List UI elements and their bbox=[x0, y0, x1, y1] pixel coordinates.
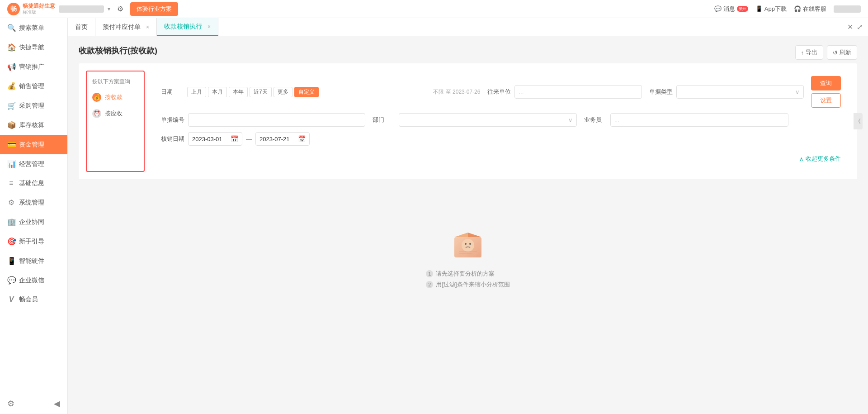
sidebar-item-label: 畅会员 bbox=[19, 295, 38, 304]
svg-point-5 bbox=[462, 239, 474, 252]
purchase-icon: 🛒 bbox=[7, 101, 15, 110]
date-range-separator: — bbox=[246, 136, 252, 143]
writeoff-date-field: 核销日期 2023-03-01 📅 — 2023-07-21 📅 bbox=[161, 132, 841, 146]
export-icon: ↑ bbox=[801, 49, 804, 56]
sidebar-item-label: 资金管理 bbox=[19, 141, 44, 149]
dept-select[interactable]: ∨ bbox=[399, 113, 577, 127]
writeoff-date-range: 2023-03-01 📅 — 2023-07-21 📅 bbox=[188, 132, 310, 146]
top-header: 畅 畅捷通好生意 标准版 ▾ ⚙ 体验行业方案 💬 消息 99+ 📱 App下载… bbox=[0, 0, 868, 18]
gear-button[interactable]: ⚙ bbox=[114, 3, 127, 15]
tab-receipt-offset-label: 收款核销执行 bbox=[164, 23, 202, 31]
filter-option-by-receivable[interactable]: ⏰ 按应收 bbox=[87, 105, 144, 122]
dropdown-arrow-icon[interactable]: ▾ bbox=[108, 6, 110, 12]
counterparty-label: 往来单位 bbox=[487, 88, 511, 96]
doc-type-select[interactable]: ∨ bbox=[676, 85, 804, 99]
blurred-username bbox=[59, 5, 104, 13]
page-header-area: 收款核销执行(按收款) ↑ 导出 ↺ 刷新 bbox=[79, 45, 857, 56]
sidebar-item-system[interactable]: ⚙ 系统管理 bbox=[0, 193, 67, 212]
filter-row-3: 核销日期 2023-03-01 📅 — 2023-07-21 📅 bbox=[161, 132, 841, 146]
filter-panel: 按以下方案查询 💰 按收款 ⏰ 按应收 《 bbox=[79, 63, 857, 179]
sidebar-item-label: 快捷导航 bbox=[19, 43, 44, 52]
collapse-sidebar-icon[interactable]: ◀ bbox=[54, 399, 60, 409]
refresh-label: 刷新 bbox=[840, 48, 851, 57]
header-right: 💬 消息 99+ 📱 App下载 🎧 在线客服 bbox=[714, 5, 861, 13]
message-button[interactable]: 💬 消息 99+ bbox=[714, 5, 748, 13]
online-service-button[interactable]: 🎧 在线客服 bbox=[794, 5, 826, 13]
tab-receipt-offset[interactable]: 收款核销执行 × bbox=[157, 18, 218, 36]
tab-prepay-offset[interactable]: 预付冲应付单 × bbox=[95, 18, 157, 36]
sidebar-item-hardware[interactable]: 📱 智能硬件 bbox=[0, 251, 67, 271]
filter-option-by-receipt[interactable]: 💰 按收款 bbox=[87, 89, 144, 105]
this-month-btn[interactable]: 本月 bbox=[208, 87, 227, 97]
filter-collapse-button[interactable]: 《 bbox=[854, 113, 863, 129]
sidebar-item-basic-info[interactable]: ≡ 基础信息 bbox=[0, 174, 67, 193]
close-all-tabs-icon[interactable]: ✕ bbox=[847, 23, 853, 31]
sidebar-item-funds[interactable]: 💳 资金管理 bbox=[0, 135, 67, 154]
writeoff-start-value: 2023-03-01 bbox=[192, 136, 222, 143]
refresh-button[interactable]: ↺ 刷新 bbox=[827, 45, 857, 60]
sidebar-item-marketing[interactable]: 📢 营销推广 bbox=[0, 57, 67, 76]
last-7-days-btn[interactable]: 近7天 bbox=[250, 87, 272, 97]
this-year-btn[interactable]: 本年 bbox=[229, 87, 248, 97]
export-button[interactable]: ↑ 导出 bbox=[795, 45, 824, 60]
counterparty-placeholder: ... bbox=[519, 89, 524, 95]
export-label: 导出 bbox=[806, 48, 817, 57]
settings-bottom-icon[interactable]: ⚙ bbox=[7, 399, 14, 409]
date-field: 日期 上月 本月 本年 近7天 更多 自定义 bbox=[161, 87, 319, 97]
tab-receipt-close-icon[interactable]: × bbox=[208, 24, 211, 30]
message-badge: 99+ bbox=[737, 6, 748, 12]
custom-btn[interactable]: 自定义 bbox=[294, 87, 319, 97]
sidebar: 🔍 搜索菜单 🏠 快捷导航 📢 营销推广 💰 销售管理 🛒 采购管理 📦 bbox=[0, 18, 68, 414]
empty-tips: 1 请先选择要分析的方案 2 用[过滤]条件来缩小分析范围 bbox=[426, 270, 509, 289]
sidebar-item-guide[interactable]: 🎯 新手引导 bbox=[0, 232, 67, 251]
refresh-icon: ↺ bbox=[833, 49, 838, 56]
collapse-conditions-button[interactable]: ∧ 收起更多条件 bbox=[161, 151, 841, 167]
doc-type-label: 单据类型 bbox=[649, 88, 673, 96]
sidebar-item-wechat[interactable]: 💬 企业微信 bbox=[0, 271, 67, 290]
tab-home[interactable]: 首页 bbox=[68, 18, 95, 36]
sidebar-item-sales[interactable]: 💰 销售管理 bbox=[0, 76, 67, 96]
empty-tip-1: 1 请先选择要分析的方案 bbox=[426, 270, 509, 278]
funds-icon: 💳 bbox=[7, 140, 15, 149]
sidebar-item-operation[interactable]: 📊 经营管理 bbox=[0, 154, 67, 174]
writeoff-date-start-input[interactable]: 2023-03-01 📅 bbox=[188, 132, 242, 146]
tab-prepay-close-icon[interactable]: × bbox=[146, 24, 149, 30]
sidebar-item-inventory[interactable]: 📦 库存核算 bbox=[0, 115, 67, 135]
logo-icon: 畅 bbox=[7, 3, 20, 15]
writeoff-date-end-input[interactable]: 2023-07-21 📅 bbox=[255, 132, 310, 146]
last-month-btn[interactable]: 上月 bbox=[187, 87, 206, 97]
settings-button[interactable]: 设置 bbox=[811, 93, 841, 108]
filter-sidebar: 按以下方案查询 💰 按收款 ⏰ 按应收 《 bbox=[86, 71, 145, 172]
calendar-end-icon: 📅 bbox=[298, 135, 306, 143]
header-left: 畅 畅捷通好生意 标准版 ▾ ⚙ 体验行业方案 bbox=[7, 2, 714, 16]
user-info[interactable] bbox=[834, 5, 861, 13]
more-btn[interactable]: 更多 bbox=[274, 87, 292, 97]
sidebar-item-search-menu[interactable]: 🔍 搜索菜单 bbox=[0, 18, 67, 38]
expand-icon[interactable]: ⤢ bbox=[857, 23, 863, 31]
sidebar-item-enterprise[interactable]: 🏢 企业协同 bbox=[0, 212, 67, 232]
quick-date-buttons: 上月 本月 本年 近7天 更多 自定义 bbox=[187, 87, 319, 97]
query-button[interactable]: 查询 bbox=[811, 76, 841, 90]
svg-text:畅: 畅 bbox=[10, 5, 17, 12]
sidebar-item-label: 经营管理 bbox=[19, 160, 44, 168]
sidebar-item-purchase[interactable]: 🛒 采购管理 bbox=[0, 96, 67, 115]
svg-marker-4 bbox=[468, 233, 481, 237]
industry-solution-button[interactable]: 体验行业方案 bbox=[130, 2, 178, 16]
sidebar-item-quick-nav[interactable]: 🏠 快捷导航 bbox=[0, 38, 67, 57]
operation-icon: 📊 bbox=[7, 160, 15, 168]
tab-bar: 首页 预付冲应付单 × 收款核销执行 × ✕ ⤢ bbox=[68, 18, 868, 36]
inventory-icon: 📦 bbox=[7, 121, 15, 129]
staff-select[interactable]: ... bbox=[610, 113, 788, 127]
doc-no-input[interactable] bbox=[188, 113, 365, 127]
top-right-actions: ↑ 导出 ↺ 刷新 bbox=[795, 45, 858, 60]
content-area: 首页 预付冲应付单 × 收款核销执行 × ✕ ⤢ 收款核销执行(按收款) ↑ bbox=[68, 18, 868, 414]
system-icon: ⚙ bbox=[7, 198, 15, 207]
staff-field: 业务员 ... bbox=[584, 113, 788, 127]
sidebar-item-label: 库存核算 bbox=[19, 121, 44, 129]
sidebar-item-label: 企业协同 bbox=[19, 218, 44, 226]
counterparty-select[interactable]: ... bbox=[514, 85, 642, 99]
empty-state: 1 请先选择要分析的方案 2 用[过滤]条件来缩小分析范围 bbox=[79, 183, 857, 325]
hardware-icon: 📱 bbox=[7, 257, 15, 265]
app-download-button[interactable]: 📱 App下载 bbox=[755, 5, 787, 13]
sidebar-item-member[interactable]: V 畅会员 bbox=[0, 290, 67, 309]
